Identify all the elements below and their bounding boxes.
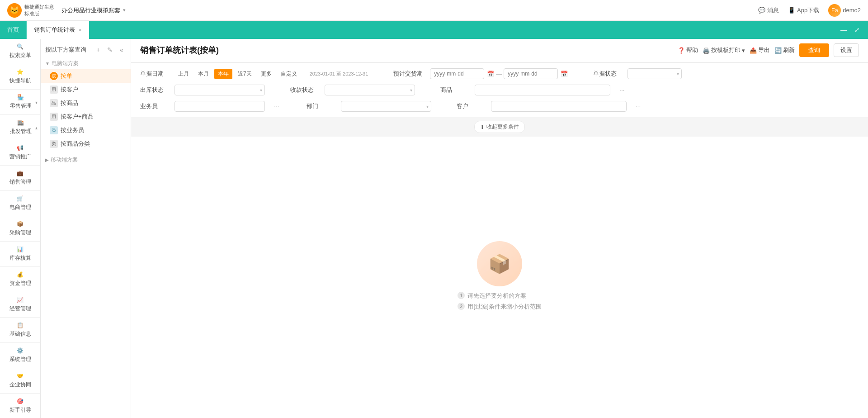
left-panel: 按以下方案查询 + ✎ « ▼ 电脑端方案 按 xyxy=(41,39,131,418)
edit-scheme-button[interactable]: ✎ xyxy=(105,45,114,54)
department-select-wrapper: ▾ xyxy=(341,101,431,112)
date-tab-7days[interactable]: 近7天 xyxy=(234,69,255,79)
customer-input[interactable] xyxy=(491,101,627,112)
goods-filter-label: 商品 xyxy=(440,86,467,94)
maximize-icon[interactable]: ⤢ xyxy=(852,24,863,35)
date-tab-this-month[interactable]: 本月 xyxy=(194,69,212,79)
expected-date-label: 预计交货期 xyxy=(393,70,423,78)
filter-area: 单据日期 上月 本月 本年 近7天 更多 自定义 2023-01-01 至 20… xyxy=(131,63,868,117)
app-logo[interactable]: 🐱 畅捷通好生意 标准版 xyxy=(7,3,54,18)
message-icon: 💬 xyxy=(758,7,765,14)
collapse-panel-button[interactable]: « xyxy=(117,45,126,54)
tab-home[interactable]: 首页 xyxy=(0,21,27,39)
page-selector-title[interactable]: 办公用品行业模拟账套 xyxy=(61,6,120,14)
settings-button[interactable]: 设置 xyxy=(834,43,859,57)
purchase-icon: 📦 xyxy=(17,221,24,227)
tree-item-by-salesperson[interactable]: 员 按业务员 xyxy=(41,124,131,137)
page-header: 销售订单统计表(按单) ❓ 帮助 🖨️ 按模板打印 ▾ 📤 xyxy=(131,39,868,63)
message-button[interactable]: 💬 消息 xyxy=(758,6,779,14)
status-select[interactable] xyxy=(627,68,682,79)
filter-row-people: 业务员 ··· 部门 ▾ 客户 ··· xyxy=(140,101,859,112)
nav-tab-icons: — ⤢ xyxy=(833,21,868,39)
sidebar-item-retail[interactable]: 🏪 零售管理 ▾ xyxy=(0,90,40,115)
page-selector-dropdown-icon[interactable]: ▾ xyxy=(123,7,126,13)
enterprise-icon: 🤝 xyxy=(17,373,24,379)
expected-date-start-input[interactable] xyxy=(430,68,484,79)
sidebar-item-search-menu[interactable]: 🔍 搜索菜单 xyxy=(0,39,40,64)
help-icon: ❓ xyxy=(678,47,685,54)
sidebar-item-enterprise[interactable]: 🤝 企业协同 xyxy=(0,368,40,394)
main-layout: 🔍 搜索菜单 ⭐ 快捷导航 🏪 零售管理 ▾ 🏬 批发管理 ▴ 📢 营销推广 💼… xyxy=(0,39,868,418)
date-tab-this-year[interactable]: 本年 xyxy=(214,69,232,79)
sidebar-item-quick-nav[interactable]: ⭐ 快捷导航 xyxy=(0,64,40,90)
goods-input[interactable] xyxy=(475,85,610,95)
tab-sales-order-statistics[interactable]: 销售订单统计表 × xyxy=(27,21,89,39)
sidebar-item-system[interactable]: ⚙️ 系统管理 xyxy=(0,343,40,368)
section-expand-icon: ▼ xyxy=(45,61,50,66)
ecommerce-icon: 🛒 xyxy=(17,195,24,202)
finance-icon: 💰 xyxy=(17,271,24,278)
sidebar-item-inventory[interactable]: 📊 库存核算 xyxy=(0,242,40,267)
payment-status-select[interactable] xyxy=(325,85,415,95)
chevron-down-icon: ▾ xyxy=(35,100,38,104)
refresh-button[interactable]: 🔄 刷新 xyxy=(774,46,795,54)
calendar-start-icon[interactable]: 📅 xyxy=(487,71,494,77)
app-download-button[interactable]: 📱 App下载 xyxy=(788,6,819,14)
department-select[interactable] xyxy=(341,101,431,112)
add-scheme-button[interactable]: + xyxy=(94,45,103,54)
export-button[interactable]: 📤 导出 xyxy=(750,46,770,54)
date-tab-more[interactable]: 更多 xyxy=(257,69,275,79)
salesperson-label: 业务员 xyxy=(140,102,167,110)
date-tabs: 上月 本月 本年 近7天 更多 自定义 xyxy=(175,69,301,79)
collapse-bar: ⬆ 收起更多条件 xyxy=(131,117,868,137)
basic-info-icon: 📋 xyxy=(17,322,24,328)
download-icon: 📱 xyxy=(788,7,795,14)
by-salesperson-icon: 员 xyxy=(50,126,58,134)
customer-more-button[interactable]: ··· xyxy=(634,103,643,110)
tree-item-by-order[interactable]: 按 按单 xyxy=(41,69,131,83)
search-button[interactable]: 查询 xyxy=(799,43,829,57)
expected-date-end-input[interactable] xyxy=(504,68,558,79)
calendar-end-icon[interactable]: 📅 xyxy=(561,71,568,77)
wholesale-icon: 🏬 xyxy=(17,119,24,126)
user-profile[interactable]: Ea demo2 xyxy=(828,4,861,17)
left-panel-header: 按以下方案查询 + ✎ « xyxy=(41,43,131,58)
right-main: 销售订单统计表(按单) ❓ 帮助 🖨️ 按模板打印 ▾ 📤 xyxy=(131,39,868,418)
system-icon: ⚙️ xyxy=(17,347,24,354)
sidebar-item-operations[interactable]: 📈 经营管理 xyxy=(0,292,40,318)
chevron-up-icon: ▴ xyxy=(35,125,38,130)
empty-illustration: 📦 xyxy=(477,241,522,286)
sidebar-item-finance[interactable]: 💰 资金管理 xyxy=(0,267,40,292)
help-button[interactable]: ❓ 帮助 xyxy=(678,46,698,54)
goods-more-button[interactable]: ··· xyxy=(618,86,627,94)
tab-close-icon[interactable]: × xyxy=(79,27,81,33)
filter-row-date: 单据日期 上月 本月 本年 近7天 更多 自定义 2023-01-01 至 20… xyxy=(140,68,859,79)
retail-icon: 🏪 xyxy=(17,94,24,100)
empty-tips: 1 请先选择要分析的方案 2 用[过滤]条件来缩小分析范围 xyxy=(458,292,541,314)
logo-icon: 🐱 xyxy=(7,3,22,18)
mobile-section-label: ▶ 移动端方案 xyxy=(41,154,131,166)
left-panel-actions: + ✎ « xyxy=(94,45,126,54)
tree-item-by-customer[interactable]: 用 按客户 xyxy=(41,83,131,96)
tree-item-by-category[interactable]: 类 按商品分类 xyxy=(41,137,131,151)
sidebar-item-basic-info[interactable]: 📋 基础信息 xyxy=(0,318,40,343)
delivery-status-select[interactable] xyxy=(175,85,265,95)
tree-item-by-customer-goods[interactable]: 用 按客户+商品 xyxy=(41,110,131,124)
page-header-actions: ❓ 帮助 🖨️ 按模板打印 ▾ 📤 导出 � xyxy=(678,43,859,57)
sidebar-item-purchase[interactable]: 📦 采购管理 xyxy=(0,216,40,242)
salesperson-input[interactable] xyxy=(175,101,265,112)
collapse-conditions-button[interactable]: ⬆ 收起更多条件 xyxy=(474,121,525,133)
print-button[interactable]: 🖨️ 按模板打印 ▾ xyxy=(703,46,745,54)
date-tab-custom[interactable]: 自定义 xyxy=(277,69,301,79)
department-label: 部门 xyxy=(307,102,334,110)
sidebar-item-wholesale[interactable]: 🏬 批发管理 ▴ xyxy=(0,115,40,140)
sidebar-item-ecommerce[interactable]: 🛒 电商管理 xyxy=(0,191,40,216)
tree-item-by-goods[interactable]: 品 按商品 xyxy=(41,96,131,110)
salesperson-more-button[interactable]: ··· xyxy=(272,103,281,110)
marketing-icon: 📢 xyxy=(17,145,24,151)
minimize-icon[interactable]: — xyxy=(838,24,849,35)
date-tab-last-month[interactable]: 上月 xyxy=(175,69,193,79)
sidebar-item-sales[interactable]: 💼 销售管理 xyxy=(0,166,40,191)
sidebar-item-marketing[interactable]: 📢 营销推广 xyxy=(0,140,40,166)
sidebar-item-onboarding[interactable]: 🎯 新手引导 xyxy=(0,394,40,418)
